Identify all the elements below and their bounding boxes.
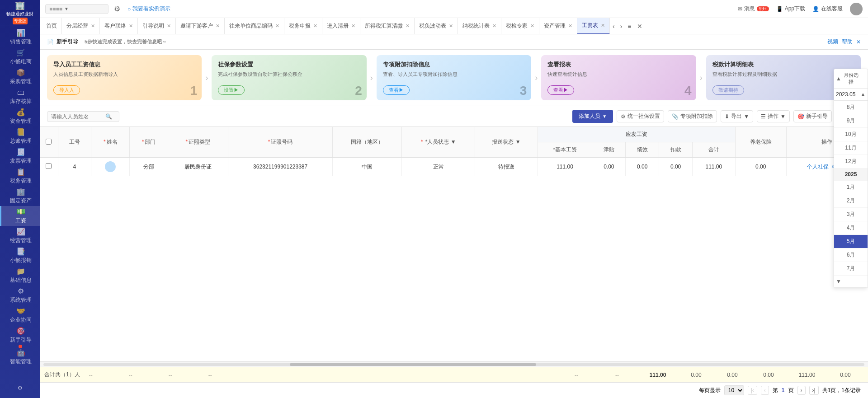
page-size-select[interactable]: 10 20 50 <box>724 385 744 395</box>
settings-icon[interactable]: ⚙ <box>112 3 122 15</box>
video-link[interactable]: 视频 <box>827 38 838 46</box>
tab-clearbook[interactable]: 进入清册 ✕ <box>322 18 360 34</box>
message-btn[interactable]: ✉ 消息 99+ <box>738 5 769 13</box>
total-records: 共1页，1条记录 <box>822 387 861 394</box>
tab-incometax-close[interactable]: ✕ <box>406 23 410 29</box>
year-2025: 2025 <box>834 169 868 181</box>
tab-goods-close[interactable]: ✕ <box>275 23 279 29</box>
action-social-insurance[interactable]: 个人社保 <box>807 164 829 170</box>
tab-assetmgr[interactable]: 资产管理 ✕ <box>539 18 577 34</box>
tab-expert-close[interactable]: ✕ <box>530 23 534 29</box>
tab-close-all[interactable]: ✕ <box>634 23 645 30</box>
sidebar-item-marketing[interactable]: 📑 小畅报销 <box>0 246 40 266</box>
month-2[interactable]: 2月 <box>834 194 868 208</box>
month-4[interactable]: 4月 <box>834 221 868 235</box>
tab-home[interactable]: 首页 <box>42 18 62 34</box>
month-7[interactable]: 7月 <box>834 262 868 276</box>
guide-close-icon[interactable]: ✕ <box>856 39 861 45</box>
scroll-thumb[interactable] <box>290 363 536 366</box>
sidebar-item-base[interactable]: 📁 基础信息 <box>0 266 40 286</box>
search-icon[interactable]: 🔍 <box>105 113 112 120</box>
report-filter-icon[interactable]: ▼ <box>515 139 521 145</box>
tab-nav-prev[interactable]: ‹ <box>610 23 618 30</box>
sidebar-item-smart[interactable]: 🤖 智能管理 <box>0 345 40 365</box>
extra-deduction-btn[interactable]: 📎 专项附加扣除 <box>668 110 717 122</box>
select-all-checkbox[interactable] <box>46 139 52 145</box>
month-picker-year-up[interactable]: ▲ <box>860 91 866 98</box>
tab-nav-menu[interactable]: ≡ <box>625 23 634 30</box>
tab-taxstat-close[interactable]: ✕ <box>492 23 496 29</box>
first-page-btn[interactable]: |‹ <box>748 386 757 395</box>
online-service-btn[interactable]: 👤 在线客服 <box>812 5 843 13</box>
month-picker-up[interactable]: ▲ <box>836 75 841 82</box>
tab-clearbook-close[interactable]: ✕ <box>351 23 355 29</box>
avatar[interactable] <box>850 3 863 15</box>
search-input[interactable] <box>51 113 105 120</box>
prev-page-btn[interactable]: ‹ <box>761 386 769 395</box>
sidebar-item-assets[interactable]: 🏢 固定资产 <box>0 186 40 206</box>
tab-expert[interactable]: 税检专家 ✕ <box>501 18 539 34</box>
month-6[interactable]: 6月 <box>834 248 868 262</box>
tab-customer-close[interactable]: ✕ <box>129 23 133 29</box>
status-filter-icon[interactable]: ▼ <box>451 139 456 145</box>
month-1[interactable]: 1月 <box>834 181 868 194</box>
social-settings-btn[interactable]: ⚙ 统一社保设置 <box>617 110 664 122</box>
add-person-button[interactable]: 添加人员 ▼ <box>572 110 613 123</box>
tab-guide[interactable]: 引导说明 ✕ <box>138 18 176 34</box>
export-btn[interactable]: ⬇ 导出 ▼ <box>721 110 753 122</box>
help-link[interactable]: 帮助 <box>842 38 853 46</box>
app-center-btn[interactable]: ⚙ <box>0 378 40 398</box>
month-8[interactable]: 8月 <box>834 101 868 114</box>
sidebar-item-purchase[interactable]: 📦 采购管理 <box>0 67 40 87</box>
sidebar-item-capital[interactable]: 💰 资金管理 <box>0 107 40 126</box>
step-5-btn[interactable]: 敬请期待 <box>712 85 744 95</box>
sidebar-item-invoice[interactable]: 🧾 发票管理 <box>0 146 40 166</box>
company-selector[interactable]: ■■■■ ▼ <box>45 4 108 14</box>
tab-taxreport-close[interactable]: ✕ <box>313 23 317 29</box>
tab-exemption[interactable]: 税负波动表 ✕ <box>415 18 458 34</box>
step-1-btn[interactable]: 导入入 <box>53 85 80 95</box>
step-2-btn[interactable]: 设置▶ <box>218 85 245 95</box>
sidebar-item-tax[interactable]: 📋 税务管理 <box>0 166 40 186</box>
tab-branch-close[interactable]: ✕ <box>91 23 95 29</box>
app-download-btn[interactable]: 📱 App下载 <box>776 5 805 13</box>
sidebar-item-operations[interactable]: 📈 经营管理 <box>0 226 40 246</box>
tab-taxstat[interactable]: 纳税统计表 ✕ <box>458 18 501 34</box>
tab-incometax[interactable]: 所得税汇算清缴 ✕ <box>360 18 415 34</box>
tab-salary[interactable]: 工资表 ✕ <box>577 18 610 34</box>
sidebar-item-inventory[interactable]: 🗃 库存核算 <box>0 87 40 107</box>
last-page-btn[interactable]: ›| <box>809 386 819 395</box>
month-3[interactable]: 3月 <box>834 208 868 221</box>
row-checkbox[interactable] <box>46 163 52 169</box>
month-5[interactable]: 5月 <box>834 235 868 248</box>
sidebar-item-newguide[interactable]: 🎯 新手引导 <box>0 325 40 345</box>
month-9[interactable]: 9月 <box>834 114 868 128</box>
tab-customer[interactable]: 客户联络 ✕ <box>100 18 138 34</box>
tab-invite-close[interactable]: ✕ <box>216 23 220 29</box>
tab-guide-close[interactable]: ✕ <box>167 23 171 29</box>
tab-salary-close[interactable]: ✕ <box>601 23 605 28</box>
operation-btn[interactable]: ☰ 操作 ▼ <box>757 110 790 122</box>
month-11[interactable]: 11月 <box>834 141 868 155</box>
sidebar-item-sales[interactable]: 📊 销售管理 <box>0 27 40 47</box>
tab-exemption-close[interactable]: ✕ <box>449 23 453 29</box>
tab-nav-next[interactable]: › <box>618 23 625 30</box>
sidebar-item-salary[interactable]: 💵 工资 <box>0 206 40 226</box>
month-12[interactable]: 12月 <box>834 155 868 169</box>
step-4-btn[interactable]: 查看▶ <box>547 85 574 95</box>
tab-goods[interactable]: 往来单位商品编码 ✕ <box>225 18 284 34</box>
next-page-btn[interactable]: › <box>797 386 806 395</box>
step-3-btn[interactable]: 查看▶ <box>383 85 410 95</box>
tab-branch[interactable]: 分层经营 ✕ <box>62 18 100 34</box>
tab-invite[interactable]: 邀请下游客户 ✕ <box>176 18 225 34</box>
month-10[interactable]: 10月 <box>834 128 868 141</box>
tab-assetmgr-close[interactable]: ✕ <box>568 23 572 29</box>
sidebar-item-system[interactable]: ⚙ 系统管理 <box>0 286 40 305</box>
tab-taxreport[interactable]: 税务申报 ✕ <box>284 18 322 34</box>
sidebar-item-ecommerce[interactable]: 🛒 小畅电商 <box>0 47 40 67</box>
newguide-btn[interactable]: 🎯 新手引导 <box>793 110 832 122</box>
month-picker-year-down[interactable]: ▼ <box>836 278 841 285</box>
demo-link[interactable]: ○ 我要看实例演示 <box>127 5 170 13</box>
sidebar-item-collab[interactable]: 🤝 企业协同 <box>0 305 40 325</box>
sidebar-item-ledger[interactable]: 📒 总账管理 <box>0 126 40 146</box>
